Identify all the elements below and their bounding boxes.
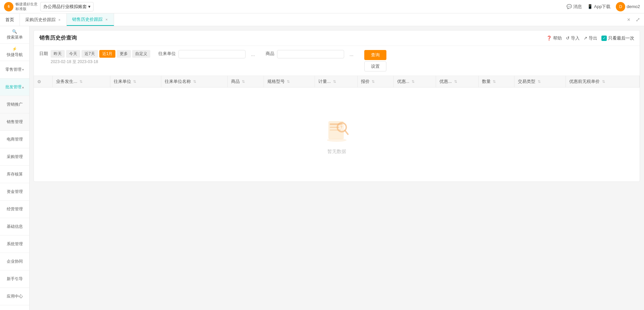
user-menu[interactable]: D demo2 (616, 2, 640, 11)
product-filter-label: 商品 (266, 50, 274, 57)
header-right: 💬 消息 📱 App下载 D demo2 (567, 2, 640, 11)
empty-illustration: ? (320, 114, 354, 145)
sidebar-item-search[interactable]: 🔍 搜索菜单 (0, 26, 29, 44)
export-button[interactable]: ↗ 导出 (584, 35, 597, 41)
sidebar-item-guide[interactable]: 新手引导 (0, 270, 29, 288)
logo-area: 6 畅捷通好生意 标准版 (4, 2, 38, 11)
sidebar: 🔍 搜索菜单 ⚡ 快捷导航 零售管理 ▾ 批发管理 ▴ 营销推广 销售管理 电商… (0, 26, 30, 310)
settings-button[interactable]: 设置 (364, 61, 386, 71)
th-quantity[interactable]: 数量 ⇅ (478, 76, 515, 88)
partner-input[interactable] (178, 50, 246, 58)
sidebar-item-ecommerce[interactable]: 电商管理 (0, 131, 29, 148)
th-unit[interactable]: 计量... ⇅ (315, 76, 358, 88)
date-btn-yesterday[interactable]: 昨天 (51, 50, 65, 58)
tab-controls: × ⤢ (623, 13, 644, 26)
date-filter-group: 日期 昨天 今天 近7天 近1月 更多 自定义 2023-02-18 至 202… (39, 50, 150, 65)
tab-expand-button[interactable]: ⤢ (634, 15, 641, 24)
chevron-down-icon: ▾ (88, 4, 91, 9)
tab-home[interactable]: 首页 (0, 13, 20, 26)
sidebar-item-wechat[interactable]: 企业微信 (0, 305, 29, 310)
th-discount2[interactable]: 优惠... ⇅ (436, 76, 479, 88)
product-dots-button[interactable]: ... (347, 50, 356, 58)
action-buttons: 查询 设置 (364, 50, 386, 71)
date-btn-7days[interactable]: 近7天 (82, 50, 98, 58)
sort-icon: ⇅ (372, 80, 375, 84)
sidebar-item-inventory[interactable]: 库存核算 (0, 166, 29, 183)
tab-purchase-history[interactable]: 采购历史价跟踪 × (20, 13, 67, 26)
th-trade-type[interactable]: 交易类型 ⇅ (515, 76, 566, 88)
th-spec[interactable]: 规格型号 ⇅ (264, 76, 315, 88)
th-partner-code[interactable]: 往来单位 ⇅ (110, 76, 161, 88)
chevron-down-icon: ▾ (22, 68, 24, 71)
date-filter-buttons: 昨天 今天 近7天 近1月 更多 自定义 2023-02-18 至 2023-0… (51, 50, 150, 65)
sort-icon: ⇅ (538, 80, 541, 84)
sidebar-item-finance[interactable]: 资金管理 (0, 183, 29, 201)
app-logo-icon: 6 (4, 2, 13, 11)
app-selector[interactable]: 办公用品行业模拟账套 ▾ (40, 2, 94, 11)
date-btn-1month[interactable]: 近1月 (99, 50, 116, 58)
th-partner-name[interactable]: 往来单位名称 ⇅ (161, 76, 227, 88)
import-button[interactable]: ↺ 导入 (566, 35, 580, 41)
th-pretax-price[interactable]: 优惠前无税单价 ⇅ (566, 76, 640, 88)
partner-filter-label: 往来单位 (158, 50, 176, 57)
app-download-button[interactable]: 📱 App下载 (587, 4, 610, 10)
tab-purchase-history-label: 采购历史价跟踪 (25, 17, 56, 23)
tab-sales-history[interactable]: 销售历史价跟踪 × (67, 13, 114, 26)
partner-filter-group: 往来单位 ... (158, 50, 258, 58)
sort-icon: ⇅ (287, 80, 290, 84)
quick-nav-icon: ⚡ (12, 47, 17, 51)
sidebar-item-marketing[interactable]: 营销推广 (0, 96, 29, 113)
sidebar-item-enterprise[interactable]: 企业协同 (0, 253, 29, 270)
partner-dots-button[interactable]: ... (248, 50, 258, 58)
tab-sales-history-close[interactable]: × (105, 17, 108, 22)
sort-icon: ⇅ (333, 80, 336, 84)
th-discount1[interactable]: 优惠... ⇅ (393, 76, 436, 88)
tab-purchase-history-close[interactable]: × (58, 17, 61, 22)
content-area: 销售历史价查询 ❓ 帮助 ↺ 导入 ↗ 导出 (30, 26, 644, 310)
query-button[interactable]: 查询 (364, 50, 386, 60)
sidebar-item-purchase[interactable]: 采购管理 (0, 148, 29, 166)
table-container: ⚙ 业务发生... ⇅ 往来单位 ⇅ (34, 76, 640, 182)
sidebar-item-app-center[interactable]: 应用中心 (0, 288, 29, 305)
th-product[interactable]: 商品 ⇅ (227, 76, 264, 88)
sort-icon: ⇅ (493, 80, 496, 84)
partner-input-group: ... (178, 50, 258, 58)
help-icon: ❓ (546, 36, 552, 41)
sidebar-item-operations[interactable]: 经营管理 (0, 201, 29, 218)
svg-text:?: ? (340, 126, 342, 130)
sidebar-item-wholesale[interactable]: 批发管理 ▴ (0, 79, 29, 96)
date-btn-row: 昨天 今天 近7天 近1月 更多 自定义 (51, 50, 150, 58)
th-gear[interactable]: ⚙ (34, 76, 53, 88)
svg-rect-3 (330, 127, 339, 128)
page-content: 销售历史价查询 ❓ 帮助 ↺ 导入 ↗ 导出 (30, 26, 644, 310)
th-quoted-price[interactable]: 报价 ⇅ (357, 76, 393, 88)
page-header: 销售历史价查询 ❓ 帮助 ↺ 导入 ↗ 导出 (34, 31, 640, 46)
product-input[interactable] (277, 50, 344, 58)
gear-icon: ⚙ (37, 79, 41, 84)
sort-icon: ⇅ (79, 80, 83, 84)
sidebar-item-base-info[interactable]: 基础信息 (0, 218, 29, 236)
date-btn-more[interactable]: 更多 (117, 50, 131, 58)
product-input-group: ... (277, 50, 356, 58)
tab-close-all-button[interactable]: × (626, 15, 632, 24)
page-title: 销售历史价查询 (39, 35, 77, 42)
logo-text: 畅捷通好生意 标准版 (15, 2, 38, 11)
date-btn-today[interactable]: 今天 (66, 50, 80, 58)
th-biz-date[interactable]: 业务发生... ⇅ (53, 76, 110, 88)
message-button[interactable]: 💬 消息 (567, 4, 582, 10)
sidebar-item-system[interactable]: 系统管理 (0, 236, 29, 253)
only-last-checkbox[interactable]: ✓ 只看最后一次 (601, 35, 634, 41)
sort-icon: ⇅ (602, 80, 605, 84)
sidebar-item-retail[interactable]: 零售管理 ▾ (0, 61, 29, 79)
message-icon: 💬 (567, 4, 572, 9)
sidebar-item-sales-mgmt[interactable]: 销售管理 (0, 113, 29, 131)
top-header: 6 畅捷通好生意 标准版 办公用品行业模拟账套 ▾ 💬 消息 📱 App下载 D… (0, 0, 644, 13)
table-header-row: ⚙ 业务发生... ⇅ 往来单位 ⇅ (34, 76, 640, 88)
header-left: 6 畅捷通好生意 标准版 办公用品行业模拟账套 ▾ (4, 2, 94, 11)
page-actions: ❓ 帮助 ↺ 导入 ↗ 导出 ✓ 只看最后一次 (546, 35, 634, 41)
date-btn-custom[interactable]: 自定义 (132, 50, 150, 58)
sidebar-item-quick-nav[interactable]: ⚡ 快捷导航 (0, 44, 29, 61)
help-button[interactable]: ❓ 帮助 (546, 35, 562, 41)
import-icon: ↺ (566, 36, 570, 41)
chevron-up-icon: ▴ (22, 85, 24, 89)
